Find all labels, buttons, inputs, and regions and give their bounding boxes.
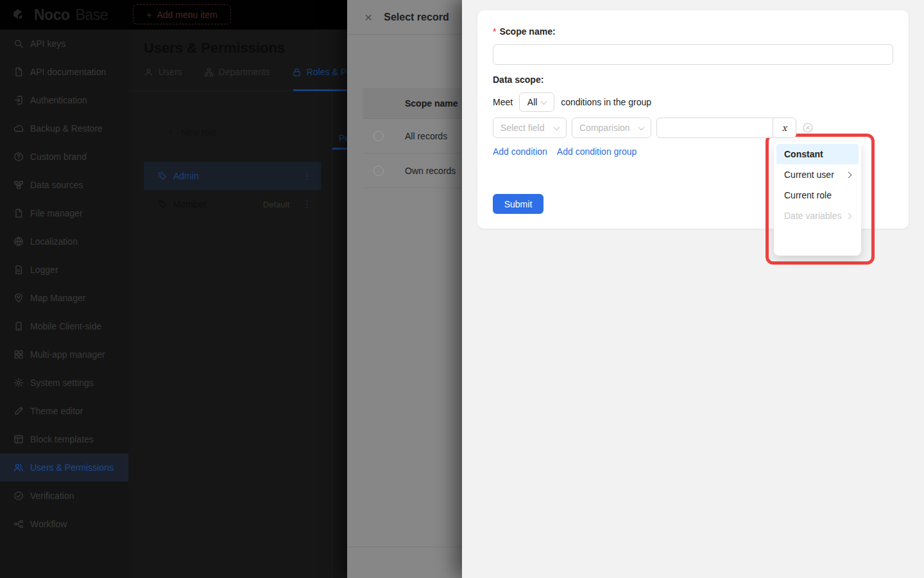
- team-icon: [13, 462, 24, 473]
- role-menu-icon[interactable]: ⋮: [302, 170, 312, 182]
- sidebar-item-label: Multi-app manager: [30, 349, 105, 360]
- sidebar-item-label: System settings: [30, 378, 94, 388]
- data-scope-label: Data scope:: [493, 74, 543, 85]
- sidebar-item-label: Theme editor: [30, 406, 83, 416]
- plus-icon: +: [168, 127, 173, 137]
- operator-select[interactable]: Comparision: [572, 118, 651, 138]
- menu-item-label: Constant: [784, 149, 823, 159]
- sidebar-item-label: Map Manager: [30, 293, 85, 303]
- sidebar-item-system-settings[interactable]: System settings: [0, 369, 128, 397]
- sidebar-item-authentication[interactable]: Authentication: [0, 86, 128, 114]
- scope-table-row[interactable]: All records: [363, 119, 462, 153]
- menu-item-constant[interactable]: Constant: [776, 144, 859, 164]
- sidebar-item-map-manager[interactable]: Map Manager: [0, 284, 128, 312]
- sidebar-item-label: API documentation: [30, 67, 106, 77]
- scope-table: Scope name All recordsOwn records: [363, 88, 462, 188]
- add-menu-item-button[interactable]: + Add menu item: [133, 4, 231, 24]
- chevron-down-icon: [554, 124, 560, 130]
- scope-table-header: Scope name: [363, 88, 462, 119]
- user-icon: [144, 67, 153, 77]
- scope-table-row[interactable]: Own records: [363, 153, 462, 188]
- sidebar-item-verification[interactable]: Verification: [0, 482, 128, 510]
- nocobase-logo: Noco Base: [12, 6, 108, 24]
- role-row-member[interactable]: MemberDefault⋮: [144, 190, 321, 218]
- tab-departments[interactable]: Departments: [204, 67, 270, 86]
- sidebar-item-users-permissions[interactable]: Users & Permissions: [0, 453, 128, 482]
- select-record-drawer: × Select record Scope name All recordsOw…: [347, 0, 462, 578]
- drawer-header: × Select record: [347, 0, 462, 35]
- variable-picker-button[interactable]: x: [773, 118, 796, 137]
- scope-name-cell: Own records: [405, 166, 456, 176]
- sidebar-item-label: Localization: [30, 236, 78, 247]
- sidebar-item-logger[interactable]: Logger: [0, 256, 128, 284]
- sidebar-item-label: API keys: [30, 39, 65, 49]
- role-label: Admin: [173, 171, 199, 181]
- chevron-down-icon: [541, 98, 547, 105]
- tab-users[interactable]: Users: [144, 67, 182, 86]
- sidebar-item-mobile-client-side[interactable]: Mobile Client-side: [0, 312, 128, 340]
- file-text-icon: [13, 265, 24, 275]
- field-select[interactable]: Select field: [493, 118, 567, 138]
- gear-icon: [13, 378, 24, 388]
- lock-icon: [292, 67, 302, 77]
- menu-item-current-role[interactable]: Current role: [776, 185, 859, 206]
- sidebar-item-label: Users & Permissions: [30, 462, 114, 473]
- role-menu-icon[interactable]: ⋮: [302, 198, 312, 210]
- tag-icon: [158, 200, 167, 209]
- meet-conditions-row: Meet All conditions in the group: [493, 92, 651, 112]
- scope-name-label: *Scope name:: [493, 26, 556, 37]
- sidebar-item-data-sources[interactable]: Data sources: [0, 171, 128, 199]
- page-title: Users & Permissions: [144, 40, 285, 57]
- drawer-title: Select record: [384, 12, 449, 23]
- sidebar-item-backup-restore[interactable]: Backup & Restore: [0, 114, 128, 143]
- role-row-admin[interactable]: Admin⋮: [144, 162, 321, 190]
- menu-item-current-user[interactable]: Current user: [776, 164, 859, 185]
- sidebar-item-block-templates[interactable]: Block templates: [0, 425, 128, 453]
- plus-icon: +: [146, 10, 151, 20]
- sidebar-item-localization[interactable]: Localization: [0, 227, 128, 256]
- close-icon[interactable]: ×: [364, 10, 372, 24]
- submit-button[interactable]: Submit: [493, 194, 543, 214]
- radio-icon[interactable]: [373, 166, 384, 176]
- apartment-icon: [204, 67, 214, 77]
- remove-condition-icon[interactable]: [803, 123, 813, 133]
- nocobase-logo-icon: [12, 8, 28, 22]
- new-role-button[interactable]: + New role: [168, 127, 216, 137]
- logo-text-secondary: Base: [76, 6, 108, 24]
- scope-name-cell: All records: [405, 131, 447, 141]
- tag-icon: [158, 171, 167, 180]
- globe-icon: [13, 236, 24, 247]
- sidebar-item-multi-app-manager[interactable]: Multi-app manager: [0, 340, 128, 369]
- map-pin-icon: [13, 293, 24, 303]
- sidebar-item-theme-editor[interactable]: Theme editor: [0, 397, 128, 425]
- value-input-group: x: [656, 118, 796, 138]
- drawer-footer-divider: [347, 547, 462, 547]
- screen: Noco Base + Add menu item API keysAPI do…: [0, 0, 924, 578]
- sidebar-item-api-documentation[interactable]: API documentation: [0, 58, 128, 86]
- sidebar-item-custom-brand[interactable]: Custom brand: [0, 143, 128, 171]
- sidebar-item-label: File manager: [30, 208, 83, 218]
- sidebar-item-file-manager[interactable]: File manager: [0, 199, 128, 227]
- radio-icon[interactable]: [373, 131, 384, 141]
- add-condition-link[interactable]: Add condition: [493, 146, 547, 157]
- meet-all-select[interactable]: All: [519, 92, 554, 112]
- scope-name-input[interactable]: [493, 44, 893, 65]
- required-asterisk: *: [493, 26, 496, 37]
- sidebar-item-workflow[interactable]: Workflow: [0, 510, 128, 538]
- search-icon: [13, 39, 24, 49]
- cloud-icon: [13, 123, 24, 134]
- meet-label: Meet: [493, 97, 513, 107]
- sidebar-item-api-keys[interactable]: API keys: [0, 30, 128, 58]
- sidebar-item-label: Block templates: [30, 434, 94, 444]
- conditions-suffix-label: conditions in the group: [561, 97, 651, 107]
- roles-panel-divider: [332, 91, 332, 578]
- question-circle-icon: [13, 152, 24, 162]
- condition-row: Select field Comparision x: [493, 118, 813, 138]
- check-circle-icon: [13, 491, 24, 501]
- grid-icon: [13, 349, 24, 360]
- add-condition-group-link[interactable]: Add condition group: [557, 146, 637, 157]
- scope-name-column-header: Scope name: [405, 98, 458, 109]
- file-icon: [13, 208, 24, 218]
- logo-text-primary: Noco: [34, 6, 70, 24]
- condition-value-input[interactable]: [657, 118, 773, 137]
